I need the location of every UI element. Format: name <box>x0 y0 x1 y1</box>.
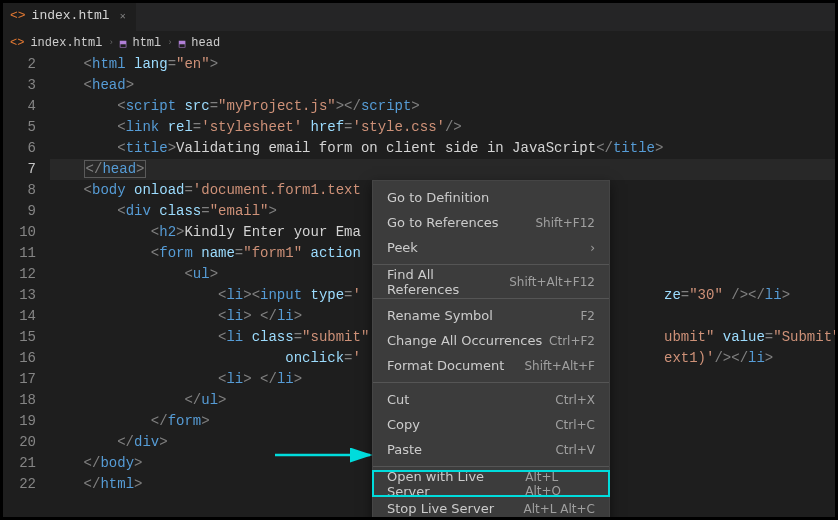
menu-item-find-all-references[interactable]: Find All ReferencesShift+Alt+F12 <box>373 269 609 294</box>
code-line[interactable]: <head> <box>50 75 838 96</box>
menu-item-rename-symbol[interactable]: Rename SymbolF2 <box>373 303 609 328</box>
code-line[interactable]: <script src="myProject.js"></script> <box>50 96 838 117</box>
menu-item-cut[interactable]: CutCtrl+X <box>373 387 609 412</box>
chevron-right-icon: › <box>108 38 113 48</box>
menu-item-peek[interactable]: Peek› <box>373 235 609 260</box>
annotation-arrow <box>275 440 385 470</box>
close-icon[interactable]: ✕ <box>120 10 126 22</box>
menu-item-format-document[interactable]: Format DocumentShift+Alt+F <box>373 353 609 378</box>
html-file-icon: <> <box>10 36 24 50</box>
symbol-icon: ⬒ <box>179 37 186 50</box>
breadcrumb: <> index.html › ⬒ html › ⬒ head <box>0 32 838 54</box>
chevron-right-icon: › <box>167 38 172 48</box>
breadcrumb-file[interactable]: index.html <box>30 36 102 50</box>
menu-item-go-to-references[interactable]: Go to ReferencesShift+F12 <box>373 210 609 235</box>
code-line[interactable]: <link rel='stylesheet' href='style.css'/… <box>50 117 838 138</box>
symbol-icon: ⬒ <box>120 37 127 50</box>
tab-index-html[interactable]: <> index.html ✕ <box>0 0 136 31</box>
menu-item-change-all-occurrences[interactable]: Change All OccurrencesCtrl+F2 <box>373 328 609 353</box>
html-file-icon: <> <box>10 8 26 23</box>
tab-label: index.html <box>32 8 110 23</box>
menu-item-stop-live-server[interactable]: Stop Live ServerAlt+L Alt+C <box>373 496 609 520</box>
tab-bar: <> index.html ✕ <box>0 0 838 32</box>
code-line[interactable]: <title>Validating email form on client s… <box>50 138 838 159</box>
menu-item-open-with-live-server[interactable]: Open with Live ServerAlt+L Alt+O <box>373 471 609 496</box>
context-menu: Go to DefinitionGo to ReferencesShift+F1… <box>372 180 610 520</box>
line-gutter: 2345678910111213141516171819202122 <box>0 54 50 520</box>
breadcrumb-item[interactable]: html <box>132 36 161 50</box>
breadcrumb-item[interactable]: head <box>191 36 220 50</box>
code-line[interactable]: <html lang="en"> <box>50 54 838 75</box>
code-line[interactable]: </head> <box>50 159 838 180</box>
menu-item-go-to-definition[interactable]: Go to Definition <box>373 185 609 210</box>
menu-item-copy[interactable]: CopyCtrl+C <box>373 412 609 437</box>
menu-item-paste[interactable]: PasteCtrl+V <box>373 437 609 462</box>
